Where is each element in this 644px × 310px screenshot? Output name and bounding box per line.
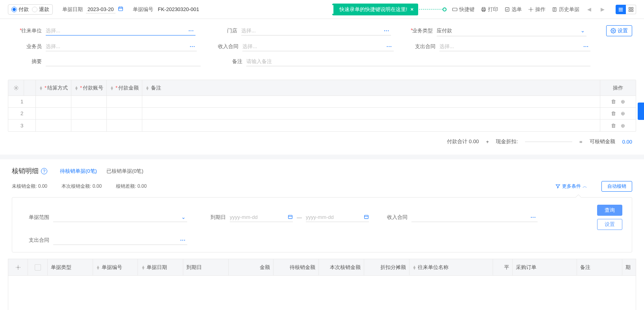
add-icon[interactable]: ⊕ [621,99,625,105]
sales-input[interactable]: ··· [46,42,197,51]
more-icon[interactable]: ··· [180,237,186,243]
radio-pay[interactable]: 付款 [11,6,29,13]
view-list-button[interactable] [616,5,626,14]
select-label: 选单 [512,6,522,13]
shortcut-label: 快捷键 [459,6,475,13]
table-row[interactable]: 2 🗑⊕ [8,108,636,120]
sales-label: 业务员 [12,43,46,50]
due-date-from[interactable] [230,213,293,222]
eq-sign: = [579,139,583,145]
doc-date-label: 单据日期 [62,6,83,13]
auto-writeoff-button[interactable]: 自动核销 [601,181,632,192]
operate-link[interactable]: 操作 [528,6,545,13]
row-actions: 🗑⊕ [600,96,636,107]
chevron-down-icon[interactable]: ⌄ [581,28,585,34]
svg-rect-12 [631,7,633,9]
delete-icon[interactable]: 🗑 [611,123,616,129]
help-icon[interactable]: ? [41,168,47,174]
col-account[interactable]: ▲▼*付款账号 [71,80,107,95]
svg-rect-14 [631,10,633,11]
store-more-icon[interactable]: ··· [384,28,389,34]
grid2-settings-icon[interactable] [8,259,28,275]
income-contract-label: 收入合同 [208,43,242,50]
cash-discount-input[interactable] [525,142,572,142]
col-settle[interactable]: ▲▼*结算方式 [36,80,71,95]
table-row[interactable]: 3 🗑⊕ [8,120,636,131]
more-icon[interactable]: ··· [530,214,536,220]
col2-amount[interactable]: 金额 [229,259,274,275]
col2-no[interactable]: ▲▼单据编号 [93,259,138,275]
select-all-checkbox[interactable] [28,259,48,275]
print-label: 打印 [488,6,498,13]
col2-pending[interactable]: 待核销金额 [274,259,319,275]
col2-type[interactable]: 单据类型 [48,259,93,275]
view-toggle [616,5,636,14]
summary-input[interactable] [46,57,201,66]
filter-income-input[interactable]: ··· [411,213,538,222]
col-note[interactable]: ▲▼备注 [142,80,600,95]
detail-title: 核销明细? [12,166,47,176]
tip-banner-close-icon[interactable]: × [410,6,413,12]
income-contract-input[interactable]: ··· [242,42,393,51]
radio-refund[interactable]: 退款 [32,6,49,13]
sales-more-icon[interactable]: ··· [190,43,195,49]
table-row[interactable]: 1 🗑⊕ [8,96,636,108]
writeoff-grid-body [8,276,636,310]
col-amount[interactable]: ▲▼*付款金额 [107,80,142,95]
writeoff-grid: 单据类型 ▲▼单据编号 ▲▼单据日期 到期日 金额 待核销金额 本次核销金额 折… [8,259,636,310]
filter-expense-input[interactable]: ··· [53,235,187,245]
svg-rect-11 [629,7,630,9]
note-input[interactable] [246,57,590,66]
right-side-tab[interactable] [638,103,644,120]
expense-contract-input[interactable]: ··· [439,42,590,51]
add-icon[interactable]: ⊕ [621,110,625,116]
svg-rect-9 [619,9,623,10]
calendar-icon[interactable] [364,214,369,220]
doc-range-input[interactable]: ⌄ [53,213,187,222]
tab-pending[interactable]: 待核销单据(0笔) [60,168,97,175]
print-link[interactable]: 打印 [481,6,498,13]
grid-settings-icon[interactable] [8,80,24,95]
delete-icon[interactable]: 🗑 [611,99,616,105]
calendar-icon[interactable] [118,6,123,13]
view-grid-button[interactable] [626,5,636,14]
banner-ring-icon [443,7,447,11]
biztype-input[interactable]: 应付款⌄ [437,26,586,36]
row-index: 1 [8,96,36,107]
col2-date[interactable]: ▲▼单据日期 [138,259,183,275]
note-label: 备注 [212,58,246,65]
col2-partner[interactable]: ▲▼往来单位名称 [409,259,493,275]
form-settings-button[interactable]: 设置 [606,25,632,36]
delete-icon[interactable]: 🗑 [611,110,616,116]
col2-discount[interactable]: 折扣分摊额 [364,259,409,275]
partner-input[interactable]: ··· [46,26,195,35]
expense-more-icon[interactable]: ··· [583,43,589,49]
col2-this[interactable]: 本次核销金额 [319,259,364,275]
query-button[interactable]: 查询 [597,205,622,216]
partner-more-icon[interactable]: ··· [188,28,194,34]
nav-prev-icon[interactable]: ◀ [586,6,593,12]
col2-ping[interactable]: 平 [493,259,513,275]
chevron-down-icon[interactable]: ⌄ [181,214,186,220]
history-link[interactable]: 历史单据 [552,6,579,13]
store-input[interactable]: ··· [241,26,391,35]
doc-date-value[interactable]: 2023-03-20 [86,6,115,13]
more-conditions-toggle[interactable]: 更多条件 ︿ [555,183,587,190]
shortcut-link[interactable]: 快捷键 [452,6,475,13]
tab-done[interactable]: 已核销单据(0笔) [106,168,143,175]
due-date-to[interactable] [306,213,369,222]
calendar-icon[interactable] [288,214,293,220]
this-writeoff-amount: 本次核销金额: 0.00 [61,183,102,190]
filter-settings-button[interactable]: 设置 [597,219,622,230]
chevron-up-icon: ︿ [583,183,587,190]
col2-po[interactable]: 采购订单 [513,259,577,275]
add-icon[interactable]: ⊕ [621,123,625,129]
col2-note[interactable]: 备注 [577,259,622,275]
nav-next-icon[interactable]: ▶ [599,6,606,12]
store-label: 门店 [207,27,241,34]
income-more-icon[interactable]: ··· [387,43,392,49]
select-link[interactable]: 选单 [504,6,522,13]
svg-rect-8 [619,7,623,8]
col2-due[interactable]: 到期日 [183,259,229,275]
col2-period[interactable]: 期 [622,259,636,275]
